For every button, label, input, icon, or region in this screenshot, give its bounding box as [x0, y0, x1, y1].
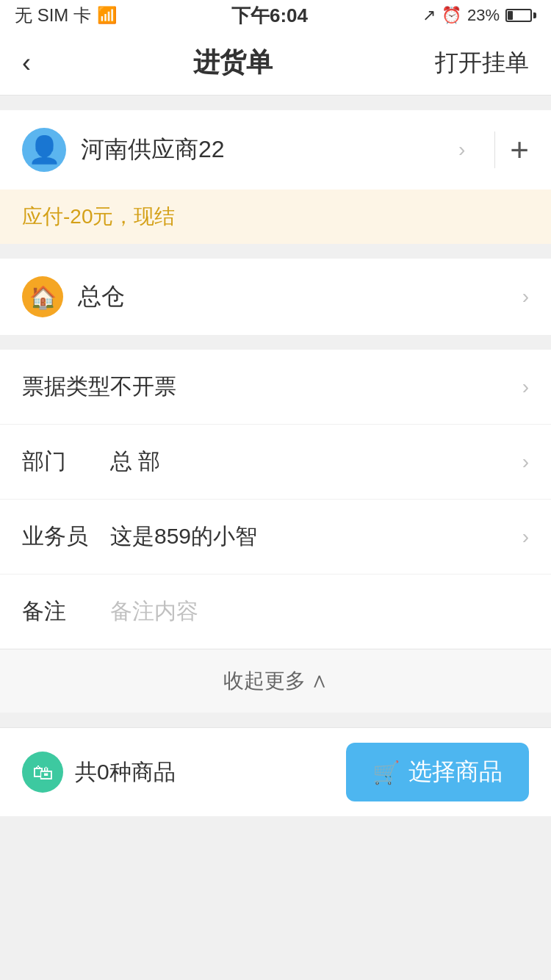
- nav-title: 进货单: [193, 45, 273, 81]
- collapse-section[interactable]: 收起更多 ∧: [0, 649, 551, 713]
- shopping-bag-icon: 🛍: [32, 760, 53, 785]
- department-label: 部门: [22, 447, 110, 477]
- salesperson-row[interactable]: 业务员 这是859的小智 ›: [0, 500, 551, 574]
- salesperson-label: 业务员: [22, 522, 110, 552]
- warehouse-icon-inner: 🏠: [29, 284, 57, 310]
- status-left: 无 SIM 卡 📶: [15, 4, 117, 27]
- department-row[interactable]: 部门 总 部 ›: [0, 425, 551, 500]
- product-count-text: 共0种商品: [75, 757, 176, 788]
- salesperson-chevron-icon: ›: [522, 525, 529, 549]
- invoice-type-value: 不开票: [110, 372, 522, 402]
- status-time: 下午6:04: [231, 3, 308, 29]
- status-right: ↗ ⏰ 23%: [422, 6, 536, 25]
- supplier-divider: [494, 131, 495, 168]
- salesperson-value: 这是859的小智: [110, 522, 522, 552]
- notice-text: 应付-20元，现结: [22, 205, 175, 228]
- supplier-row[interactable]: 👤 河南供应商22 › +: [0, 110, 551, 190]
- wifi-icon: 📶: [97, 6, 117, 25]
- notice-bar: 应付-20元，现结: [0, 190, 551, 244]
- status-bar: 无 SIM 卡 📶 下午6:04 ↗ ⏰ 23%: [0, 0, 551, 31]
- supplier-avatar-icon: 👤: [28, 134, 61, 165]
- collapse-button[interactable]: 收起更多 ∧: [223, 667, 328, 695]
- section-gap-3: [0, 335, 551, 350]
- section-gap-4: [0, 713, 551, 727]
- remark-label: 备注: [22, 597, 110, 627]
- remark-row[interactable]: 备注 备注内容: [0, 574, 551, 649]
- section-gap-2: [0, 244, 551, 259]
- invoice-type-label: 票据类型: [22, 372, 110, 402]
- warehouse-chevron-icon: ›: [522, 285, 529, 309]
- invoice-type-row[interactable]: 票据类型 不开票 ›: [0, 350, 551, 425]
- open-pending-button[interactable]: 打开挂单: [435, 47, 529, 79]
- alarm-icon: ⏰: [442, 6, 461, 25]
- battery-icon: [505, 9, 536, 22]
- supplier-avatar: 👤: [22, 128, 66, 172]
- invoice-type-chevron-icon: ›: [522, 375, 529, 399]
- supplier-chevron-icon: ›: [458, 138, 465, 162]
- bottom-bar: 🛍 共0种商品 🛒 选择商品: [0, 727, 551, 816]
- back-button[interactable]: ‹: [22, 48, 31, 79]
- battery-text: 23%: [467, 6, 500, 25]
- supplier-name: 河南供应商22: [81, 134, 458, 166]
- product-count-icon: 🛍: [22, 752, 63, 793]
- department-chevron-icon: ›: [522, 450, 529, 474]
- section-gap-1: [0, 96, 551, 110]
- form-section: 票据类型 不开票 › 部门 总 部 › 业务员 这是859的小智 › 备注 备注…: [0, 350, 551, 649]
- nav-bar: ‹ 进货单 打开挂单: [0, 31, 551, 96]
- location-icon: ↗: [422, 6, 436, 25]
- remark-value: 备注内容: [110, 597, 529, 627]
- warehouse-icon: 🏠: [22, 276, 63, 317]
- department-value: 总 部: [110, 447, 522, 477]
- select-product-icon: 🛒: [372, 760, 400, 785]
- select-product-label: 选择商品: [408, 756, 503, 788]
- add-supplier-button[interactable]: +: [510, 131, 529, 168]
- select-product-button[interactable]: 🛒 选择商品: [346, 743, 529, 801]
- warehouse-section: 🏠 总仓 ›: [0, 259, 551, 335]
- supplier-section: 👤 河南供应商22 › + 应付-20元，现结: [0, 110, 551, 244]
- warehouse-name: 总仓: [78, 281, 522, 313]
- carrier-text: 无 SIM 卡: [15, 4, 91, 27]
- warehouse-row[interactable]: 🏠 总仓 ›: [0, 259, 551, 335]
- product-count-wrap: 🛍 共0种商品: [22, 752, 176, 793]
- page-background: [0, 816, 551, 980]
